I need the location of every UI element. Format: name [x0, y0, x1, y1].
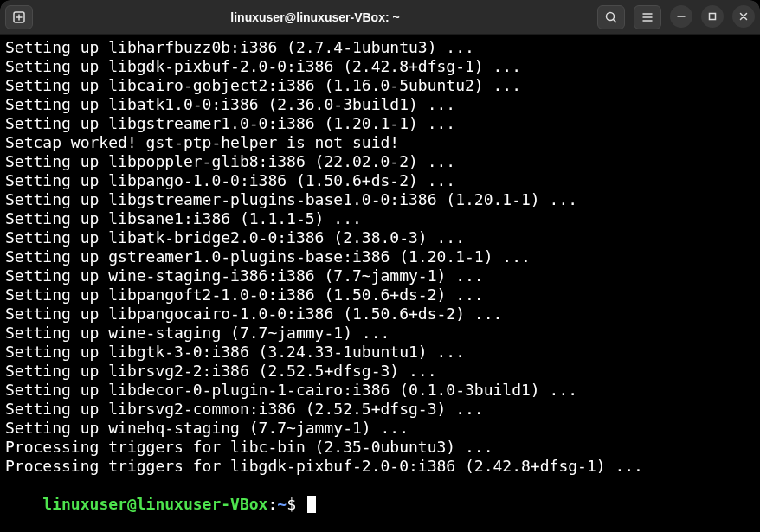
- output-line: Setting up wine-staging (7.7~jammy-1) ..…: [5, 324, 755, 343]
- output-line: Setting up libgstreamer1.0-0:i386 (1.20.…: [5, 114, 755, 133]
- output-line: Setting up libdecor-0-plugin-1-cairo:i38…: [5, 381, 755, 400]
- titlebar-left-group: [5, 5, 33, 29]
- output-line: Setting up libgstreamer-plugins-base1.0-…: [5, 190, 755, 209]
- new-tab-button[interactable]: [5, 5, 33, 29]
- prompt-user: linuxuser@linuxuser-VBox: [42, 495, 267, 513]
- output-line: Setting up libcairo-gobject2:i386 (1.16.…: [5, 76, 755, 95]
- search-button[interactable]: [597, 5, 625, 29]
- output-line: Setting up libpangoft2-1.0-0:i386 (1.50.…: [5, 285, 755, 304]
- new-tab-icon: [12, 10, 26, 24]
- output-line: Setting up libpango-1.0-0:i386 (1.50.6+d…: [5, 171, 755, 190]
- output-line: Processing triggers for libgdk-pixbuf-2.…: [5, 457, 755, 476]
- output-line: Setting up libgdk-pixbuf-2.0-0:i386 (2.4…: [5, 57, 755, 76]
- cursor: [307, 496, 316, 513]
- window-titlebar: linuxuser@linuxuser-VBox: ~: [0, 0, 760, 35]
- maximize-icon: [708, 12, 717, 21]
- minimize-icon: [677, 12, 686, 21]
- maximize-button[interactable]: [701, 5, 724, 28]
- prompt-dollar: $: [287, 495, 296, 513]
- output-line: Setting up libpangocairo-1.0-0:i386 (1.5…: [5, 304, 755, 324]
- close-button[interactable]: [732, 5, 755, 28]
- output-line: Setting up libgtk-3-0:i386 (3.24.33-1ubu…: [5, 343, 755, 362]
- output-line: Setting up gstreamer1.0-plugins-base:i38…: [5, 247, 755, 266]
- output-line: Setting up libatk1.0-0:i386 (2.36.0-3bui…: [5, 95, 755, 114]
- output-line: Processing triggers for libc-bin (2.35-0…: [5, 438, 755, 457]
- minimize-button[interactable]: [670, 5, 692, 28]
- menu-button[interactable]: [634, 5, 661, 29]
- output-line: Setting up libpoppler-glib8:i386 (22.02.…: [5, 152, 755, 171]
- output-line: Setcap worked! gst-ptp-helper is not sui…: [5, 133, 755, 152]
- prompt-line: linuxuser@linuxuser-VBox:~$: [5, 476, 755, 532]
- output-line: Setting up libatk-bridge2.0-0:i386 (2.38…: [5, 228, 755, 247]
- svg-rect-2: [710, 13, 716, 19]
- output-line: Setting up libharfbuzz0b:i386 (2.7.4-1ub…: [5, 38, 755, 57]
- output-line: Setting up librsvg2-2:i386 (2.52.5+dfsg-…: [5, 362, 755, 381]
- output-line: Setting up wine-staging-i386:i386 (7.7~j…: [5, 266, 755, 285]
- terminal-output[interactable]: Setting up libharfbuzz0b:i386 (2.7.4-1ub…: [0, 35, 760, 532]
- output-line: Setting up libsane1:i386 (1.1.1-5) ...: [5, 209, 755, 228]
- prompt-colon: :: [267, 495, 277, 513]
- output-line: Setting up librsvg2-common:i386 (2.52.5+…: [5, 400, 755, 419]
- prompt-path: ~: [277, 495, 287, 513]
- close-icon: [739, 12, 748, 21]
- window-title: linuxuser@linuxuser-VBox: ~: [33, 10, 597, 24]
- search-icon: [604, 10, 618, 24]
- titlebar-right-group: [597, 5, 755, 29]
- output-line: Setting up winehq-staging (7.7~jammy-1) …: [5, 419, 755, 438]
- hamburger-icon: [641, 10, 654, 24]
